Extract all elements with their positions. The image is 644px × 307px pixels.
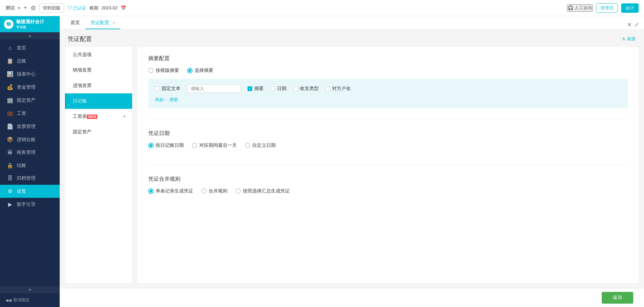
sidebar-item-label: 进销台账: [17, 137, 36, 143]
merge-option3[interactable]: 按照选择汇总生成凭证: [235, 188, 290, 194]
top-bar-right: 🎧 人工咨询 管理员 会计: [567, 3, 639, 13]
sidebar-item-archive[interactable]: 🗄 归档管理: [0, 172, 60, 185]
counterpart-checkbox[interactable]: 对方户名: [325, 86, 351, 92]
tab-bar: 首页 凭证配置 × ✕ ⤢: [60, 16, 644, 30]
sidebar-item-label: 工资: [17, 111, 26, 117]
save-button[interactable]: 保存: [602, 292, 633, 304]
date-checkbox[interactable]: 日期: [270, 86, 286, 92]
tab-voucher-config[interactable]: 凭证配置 ×: [85, 17, 120, 29]
date-radio1[interactable]: [148, 143, 154, 148]
menu-item-public[interactable]: 公共选项: [65, 47, 132, 62]
sidebar-item-report[interactable]: 📊 报表中心: [0, 68, 60, 81]
sidebar-item-capital[interactable]: 💰 资金管理: [0, 81, 60, 94]
refresh-button[interactable]: ↻ 刷新: [622, 36, 636, 42]
merge-rule-title: 凭证合并规则: [148, 176, 628, 183]
tab-home[interactable]: 首页: [65, 17, 85, 29]
summary-option1[interactable]: 按模版摘要: [148, 68, 179, 74]
sidebar-item-asset[interactable]: 🏢 固定资产: [0, 94, 60, 107]
company-name: 测试: [5, 5, 15, 11]
date-option1[interactable]: 按日记账日期: [148, 142, 184, 148]
menu-item-fixed-asset[interactable]: 固定资产: [65, 124, 132, 140]
sidebar-item-ledger[interactable]: 📋 总账: [0, 54, 60, 68]
sidebar-item-settings[interactable]: ⚙ 设置: [0, 185, 60, 198]
sidebar-item-label: 税务管理: [17, 149, 36, 156]
sidebar-item-wage[interactable]: 💼 工资: [0, 107, 60, 120]
sidebar-scroll-down[interactable]: ▼: [0, 286, 60, 293]
voucher-page: 凭证配置 ↻ 刷新 公共选项 销项发票: [60, 30, 644, 307]
merge-radio2[interactable]: [201, 188, 207, 194]
date-option2[interactable]: 对应期间最后一天: [192, 142, 237, 148]
settings-icon[interactable]: ⚙: [31, 4, 36, 12]
sidebar-item-label: 设置: [17, 188, 26, 194]
fixed-text-checkbox-box[interactable]: [155, 86, 160, 91]
calendar-icon[interactable]: 📅: [121, 5, 126, 10]
merge-option2[interactable]: 合并规则: [201, 188, 227, 194]
merge-option1[interactable]: 单条记录生成凭证: [148, 188, 193, 194]
date-checkbox-box[interactable]: [270, 86, 275, 91]
report-icon: 📊: [7, 71, 13, 77]
sidebar-item-label: 归档管理: [17, 175, 36, 181]
income-type-checkbox-box[interactable]: [293, 86, 298, 91]
sidebar-item-guide[interactable]: ▶ 新手引导: [0, 198, 60, 211]
merge-radio3[interactable]: [235, 188, 241, 194]
voucher-date-title: 凭证日期: [148, 130, 628, 137]
top-bar-left: 测试 ▾ + ⚙ 切到旧版 🛡 已认证 账期 2023-02 📅: [5, 3, 126, 13]
merge-radio1[interactable]: [148, 188, 154, 194]
menu-item-purchase-inv[interactable]: 进项发票: [65, 78, 132, 93]
example-row: 例如： 摘要: [155, 97, 621, 103]
human-service-button[interactable]: 🎧 人工咨询: [567, 4, 593, 12]
sidebar-item-tax[interactable]: 🏛 税务管理: [0, 146, 60, 159]
sidebar-item-close[interactable]: 🔒 结账: [0, 159, 60, 172]
tab-close-icon[interactable]: ×: [113, 20, 115, 25]
wage-icon: 💼: [7, 110, 13, 117]
menu-item-sales[interactable]: 销项发票: [65, 62, 132, 78]
voucher-body: 公共选项 销项发票 进项发票 日记账 工资表 NEW: [60, 47, 644, 288]
voucher-date-section: 凭证日期 按日记账日期 对应期间最后一天: [148, 130, 628, 165]
summary-checkbox-box[interactable]: ✓: [248, 86, 252, 91]
sidebar-item-home[interactable]: ⌂ 首页: [0, 42, 60, 54]
page-content: 凭证配置 ↻ 刷新 公共选项 销项发票: [60, 30, 644, 307]
period-value: 2023-02: [102, 5, 118, 10]
sidebar-item-purchase[interactable]: 📦 进销台账: [0, 133, 60, 146]
cancel-fixed-button[interactable]: ◀◀ 取消固定: [0, 293, 60, 307]
add-icon[interactable]: +: [23, 4, 27, 11]
date-radio3[interactable]: [245, 143, 250, 148]
sidebar-scroll-up[interactable]: ▲: [0, 32, 60, 39]
summary-checkbox[interactable]: ✓ 摘要: [248, 86, 264, 92]
summary-radio-group: 按模版摘要 选择摘要: [148, 68, 628, 74]
menu-item-journal[interactable]: 日记账: [65, 93, 132, 109]
sidebar-item-label: 首页: [17, 45, 26, 51]
sidebar: 畅 畅捷通好会计 专业版 ▲ ⌂ 首页 📋 总账 📊 报表中心 💰: [0, 16, 60, 307]
manager-button[interactable]: 管理员: [596, 3, 618, 13]
settings-nav-icon: ⚙: [7, 188, 13, 194]
summary-radio1[interactable]: [148, 68, 154, 73]
summary-radio2[interactable]: [187, 68, 193, 73]
summary-section-title: 摘要配置: [148, 55, 628, 62]
headset-icon: 🎧: [568, 5, 573, 10]
dropdown-arrow-icon[interactable]: ▾: [18, 6, 20, 10]
logo-sub: 专业版: [16, 25, 44, 30]
summary-option2[interactable]: 选择摘要: [187, 68, 213, 74]
fixed-text-checkbox[interactable]: 固定文本: [155, 86, 180, 92]
summary-checkbox-row: 固定文本 ✓ 摘要 日期: [155, 84, 621, 93]
counterpart-checkbox-box[interactable]: [325, 86, 330, 91]
purchase-icon: 📦: [7, 136, 13, 143]
income-type-checkbox[interactable]: 收支类型: [293, 86, 319, 92]
close-period-icon: 🔒: [7, 162, 13, 169]
new-badge: NEW: [87, 115, 97, 119]
fixed-text-input[interactable]: [187, 84, 241, 93]
tab-close-button[interactable]: ✕: [627, 21, 632, 28]
sidebar-item-label: 发票管理: [17, 124, 36, 130]
sidebar-item-label: 新手引导: [17, 202, 36, 208]
page-footer: 保存: [60, 288, 644, 307]
tab-expand-button[interactable]: ⤢: [634, 21, 639, 28]
certified-badge: 🛡 已认证: [67, 5, 86, 11]
date-option3[interactable]: 自定义日期: [245, 142, 276, 148]
sidebar-item-invoice[interactable]: 📄 发票管理: [0, 120, 60, 133]
guide-icon: ▶: [7, 201, 13, 208]
date-radio2[interactable]: [192, 143, 197, 148]
accountant-button[interactable]: 会计: [621, 3, 639, 13]
switch-old-button[interactable]: 切到旧版: [39, 3, 64, 13]
menu-item-salary-table[interactable]: 工资表 NEW ▾: [65, 109, 132, 124]
left-menu: 公共选项 销项发票 进项发票 日记账 工资表 NEW: [65, 47, 132, 283]
